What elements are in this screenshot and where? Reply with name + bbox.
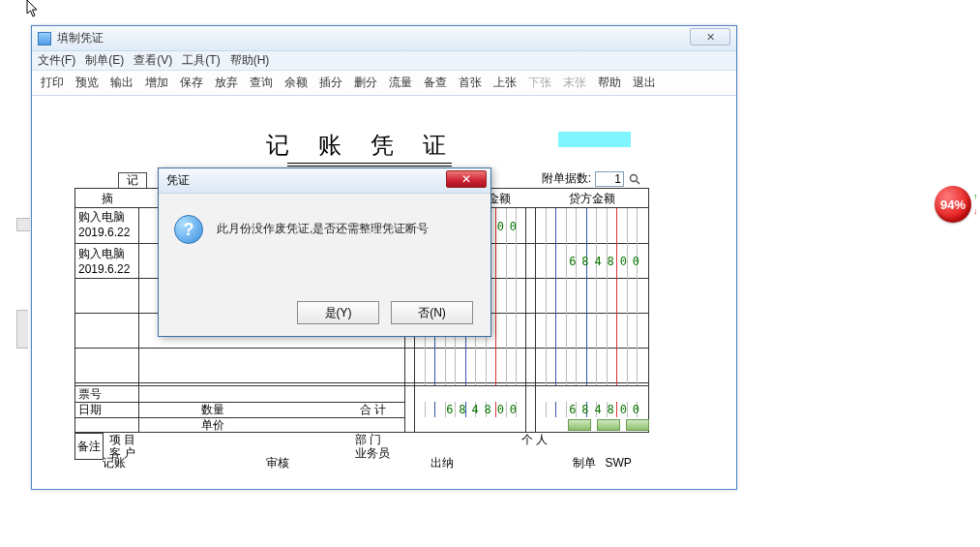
- magnifier-icon[interactable]: [628, 172, 641, 186]
- f-danjia: 单价: [201, 417, 224, 434]
- tb-help[interactable]: 帮助: [595, 73, 624, 93]
- menu-help[interactable]: 帮助(H): [230, 52, 270, 69]
- title-underline: [287, 166, 452, 167]
- tb-next: 下张: [525, 73, 554, 93]
- dialog-yes-button[interactable]: 是(Y): [297, 301, 379, 324]
- note-icon[interactable]: [597, 419, 620, 431]
- col-summary: 摘: [75, 189, 138, 208]
- dialog-message: 此月份没作废凭证,是否还需整理凭证断号: [217, 215, 429, 237]
- status-badge: 94%: [935, 186, 971, 223]
- note-icon[interactable]: [568, 419, 591, 431]
- arrow-up-icon[interactable]: ↑: [973, 193, 978, 201]
- tb-delete[interactable]: 删分: [351, 73, 380, 93]
- svg-point-0: [631, 174, 638, 181]
- highlight-mark: [558, 132, 631, 147]
- grid-footer: 票号 日期 数量 单价 合 计 684800: [75, 385, 648, 432]
- dialog-close-button[interactable]: ✕: [446, 170, 487, 188]
- col-credit-amt: 贷方金额: [535, 189, 648, 208]
- tb-lookup[interactable]: 备查: [421, 73, 450, 93]
- dialog-title: 凭证: [166, 172, 190, 189]
- total-credit: 684800: [569, 403, 645, 416]
- attachments-input[interactable]: [595, 171, 624, 187]
- tb-flow[interactable]: 流量: [386, 73, 415, 93]
- tb-insert[interactable]: 插分: [316, 73, 345, 93]
- f-bumen: 部 门: [355, 433, 381, 446]
- window-title: 填制凭证: [57, 30, 104, 46]
- tb-discard[interactable]: 放弃: [212, 73, 241, 93]
- tb-preview[interactable]: 预览: [73, 73, 102, 93]
- total-debit: 684800: [446, 403, 522, 416]
- tb-balance[interactable]: 余额: [282, 73, 311, 93]
- tb-first[interactable]: 首张: [456, 73, 485, 93]
- sig-jizhang: 记账: [32, 455, 196, 471]
- attachments-row: 附单据数:: [542, 170, 641, 187]
- attachments-label: 附单据数:: [542, 170, 591, 187]
- app-icon: [38, 32, 51, 46]
- row1-summary: 购入电脑: [78, 247, 125, 260]
- menu-tools[interactable]: 工具(T): [182, 52, 220, 69]
- bg-fragment: [16, 218, 30, 231]
- menubar: 文件(F) 制单(E) 查看(V) 工具(T) 帮助(H): [32, 51, 736, 71]
- f-shuliang: 数量: [201, 402, 224, 418]
- tb-save[interactable]: 保存: [177, 73, 206, 93]
- tb-last: 末张: [560, 73, 589, 93]
- tb-output[interactable]: 输出: [107, 73, 136, 93]
- title-underline: [287, 163, 452, 164]
- status-badge-widget[interactable]: 94% ↑ ↓: [935, 184, 979, 225]
- cursor-arrow: [26, 0, 42, 18]
- tb-add[interactable]: 增加: [142, 73, 171, 93]
- arrow-down-icon[interactable]: ↓: [973, 207, 978, 216]
- tb-query[interactable]: 查询: [247, 73, 276, 93]
- bg-fragment: [16, 310, 28, 349]
- svg-line-1: [637, 181, 639, 184]
- sig-zhidan-name: SWP: [606, 456, 632, 470]
- tb-prev[interactable]: 上张: [490, 73, 520, 93]
- tb-print[interactable]: 打印: [38, 73, 67, 93]
- confirm-dialog: 凭证 ✕ ? 此月份没作废凭证,是否还需整理凭证断号 是(Y) 否(N): [158, 167, 491, 337]
- f-geren: 个 人: [521, 433, 548, 446]
- credit-column: 684800: [535, 208, 648, 385]
- row1-credit: 684800: [569, 255, 645, 268]
- f-xiangmu: 项 目: [109, 433, 135, 446]
- dialog-no-button[interactable]: 否(N): [391, 301, 473, 324]
- sig-zhidan-label: 制单: [573, 456, 596, 470]
- dialog-titlebar: 凭证 ✕: [159, 168, 490, 194]
- f-piaohao: 票号: [78, 386, 102, 403]
- menu-view[interactable]: 查看(V): [134, 52, 172, 69]
- f-riqi: 日期: [78, 402, 102, 418]
- titlebar: 填制凭证 ✕: [32, 26, 736, 51]
- close-button[interactable]: ✕: [690, 28, 730, 46]
- toolbar: 打印 预览 输出 增加 保存 放弃 查询 余额 插分 删分 流量 备查 首张 上…: [32, 71, 736, 96]
- row1-date: 2019.6.22: [78, 262, 130, 276]
- tb-exit[interactable]: 退出: [630, 73, 659, 93]
- menu-file[interactable]: 文件(F): [38, 52, 75, 69]
- question-icon: ?: [174, 215, 203, 244]
- badge-arrows: ↑ ↓: [973, 193, 978, 216]
- row0-date: 2019.6.22: [78, 226, 130, 239]
- note-icon[interactable]: [626, 419, 649, 431]
- sig-chuna: 出纳: [360, 455, 524, 471]
- sig-shenhe: 审核: [196, 455, 361, 471]
- menu-form[interactable]: 制单(E): [85, 52, 124, 69]
- f-heji: 合 计: [360, 402, 386, 418]
- signatures: 记账 审核 出纳 制单 SWP: [32, 455, 736, 471]
- row0-summary: 购入电脑: [78, 210, 125, 224]
- voucher-type-tab[interactable]: 记: [118, 172, 147, 188]
- note-icons: [568, 419, 649, 431]
